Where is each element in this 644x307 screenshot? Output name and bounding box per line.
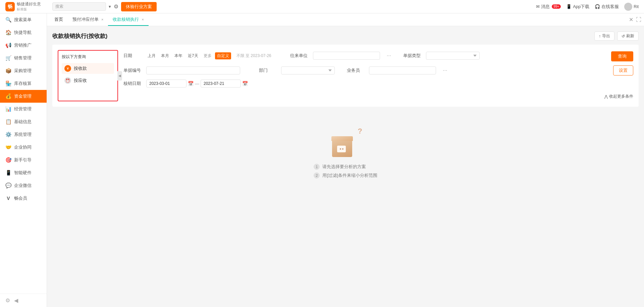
marketing-icon: 📢	[5, 42, 11, 48]
message-btn[interactable]: ✉ 消息 99+	[536, 4, 561, 10]
date-tab-this-month[interactable]: 本月	[159, 52, 171, 59]
export-icon: ↑	[599, 34, 601, 39]
filter-receipt-icon: ¥	[64, 65, 71, 72]
phone-icon: 📱	[566, 4, 572, 9]
empty-hints: 1 请先选择要分析的方案 2 用[过滤]条件来缩小分析范围	[314, 164, 377, 178]
industry-btn[interactable]: 休验行业方案	[121, 2, 157, 11]
operations-icon: 📊	[5, 106, 11, 112]
sidebar-item-basics[interactable]: 📋 基础信息	[0, 115, 47, 128]
main-area: 首页 预付冲应付单 × 收款核销执行 × ✕ ⛶ 收款核销执行(按收款) ↑ 导…	[47, 13, 644, 307]
user-name: Rit	[634, 4, 639, 9]
collapse-icon: ⋀	[604, 94, 608, 99]
app-download-btn[interactable]: 📱 App下载	[566, 4, 589, 10]
date-range-hint: 不限 至 2023-07-26	[236, 53, 271, 59]
sidebar-item-search[interactable]: 🔍 搜索菜单	[0, 13, 47, 26]
date-tab-more[interactable]: 更多	[202, 52, 214, 59]
sidebar-item-purchase[interactable]: 📦 采购管理	[0, 64, 47, 77]
empty-question-mark: ?	[358, 127, 362, 136]
header-search-box[interactable]: 搜索	[52, 2, 106, 11]
page-header-actions: ↑ 导出 ↺ 刷新	[594, 32, 639, 41]
sidebar-settings-btn[interactable]: ⚙	[5, 297, 10, 304]
sidebar-item-marketing[interactable]: 📢 营销推广	[0, 39, 47, 52]
message-badge: 99+	[552, 4, 561, 9]
verify-date-end[interactable]	[201, 80, 241, 88]
refresh-btn[interactable]: ↺ 刷新	[617, 32, 639, 41]
calendar-start-icon[interactable]: 📅	[188, 81, 194, 86]
sidebar-item-hardware[interactable]: 📱 智能硬件	[0, 166, 47, 179]
sidebar-label-wechat: 企业微信	[14, 183, 32, 189]
online-service-btn[interactable]: 🎧 在线客服	[595, 4, 619, 10]
sidebar-item-wechat[interactable]: 💬 企业微信	[0, 179, 47, 192]
filter-option-by-receivable[interactable]: ⏰ 按应收	[62, 75, 114, 86]
date-tab-this-year[interactable]: 本年	[172, 52, 184, 59]
filter-area: 按以下方查询 ¥ 按收款 ⏰ 按应收 ◀ 日期 上月 本月	[52, 45, 639, 107]
filter-row-1: 日期 上月 本月 本年 近7天 更多 自定义 不限 至 2023-07-26 往…	[123, 50, 633, 61]
wechat-icon: 💬	[5, 183, 11, 189]
sidebar-item-cooperation[interactable]: 🤝 企业协同	[0, 141, 47, 154]
sidebar-item-nav[interactable]: 🏠 快捷导航	[0, 26, 47, 39]
sidebar-collapse-btn[interactable]: ◀	[14, 297, 18, 304]
staff-input[interactable]	[369, 66, 436, 74]
sidebar-item-inventory[interactable]: 🏪 库存核算	[0, 77, 47, 90]
user-avatar	[624, 3, 632, 11]
query-btn[interactable]: 查询	[611, 51, 633, 61]
verify-date-range: 📅 — 📅	[146, 80, 248, 88]
verify-date-start[interactable]	[146, 80, 186, 88]
staff-dots[interactable]: ···	[443, 67, 447, 73]
sidebar-label-operations: 经营管理	[14, 106, 32, 112]
sidebar-label-search: 搜索菜单	[14, 17, 32, 23]
page-title: 收款核销执行(按收款)	[52, 32, 107, 40]
bill-no-input[interactable]	[146, 66, 240, 74]
counterpart-input[interactable]	[313, 52, 380, 60]
tab-bar-expand-btn[interactable]: ⛶	[636, 17, 641, 23]
filter-form: 日期 上月 本月 本年 近7天 更多 自定义 不限 至 2023-07-26 往…	[123, 50, 633, 101]
sidebar-bottom: ⚙ ◀	[0, 294, 47, 307]
tab-home[interactable]: 首页	[50, 13, 68, 26]
tab-payment[interactable]: 收款核销执行 ×	[108, 13, 148, 26]
filter-panel-collapse-btn[interactable]: ◀	[117, 71, 122, 81]
page-header: 收款核销执行(按收款) ↑ 导出 ↺ 刷新	[52, 32, 639, 41]
sidebar-item-sales[interactable]: 🛒 销售管理	[0, 52, 47, 64]
header-dropdown-btn[interactable]: ▾	[109, 4, 111, 9]
refresh-icon: ↺	[622, 34, 625, 39]
empty-hint-2: 2 用[过滤]条件来缩小分析范围	[314, 172, 377, 178]
sidebar-label-inventory: 库存核算	[14, 81, 32, 87]
gear-btn[interactable]: ⚙	[114, 3, 118, 10]
hint-num-1: 1	[314, 164, 320, 170]
system-icon: ⚙️	[5, 132, 11, 138]
sidebar-item-guide[interactable]: 🎯 新手引导	[0, 154, 47, 166]
search-icon: 🔍	[5, 17, 11, 23]
sidebar-item-operations[interactable]: 📊 经营管理	[0, 103, 47, 115]
sidebar-label-purchase: 采购管理	[14, 68, 32, 74]
sidebar: 🔍 搜索菜单 🏠 快捷导航 📢 营销推广 🛒 销售管理 📦 采购管理 🏪 库存核…	[0, 13, 47, 307]
tab-prepay-close[interactable]: ×	[101, 17, 103, 21]
basics-icon: 📋	[5, 119, 11, 125]
calendar-end-icon[interactable]: 📅	[242, 81, 248, 86]
sidebar-label-finance: 资金管理	[14, 93, 32, 99]
verify-date-label: 核销日期	[123, 81, 141, 87]
dept-select[interactable]	[281, 66, 335, 74]
date-tab-custom[interactable]: 自定义	[215, 52, 231, 59]
collapse-more-btn[interactable]: ⋀ 收起更多条件	[123, 92, 633, 101]
filter-row-3: 核销日期 📅 — 📅	[123, 80, 633, 88]
sidebar-item-finance[interactable]: 💰 资金管理	[0, 90, 47, 103]
sidebar-item-system[interactable]: ⚙️ 系统管理	[0, 128, 47, 141]
tab-payment-close[interactable]: ×	[142, 17, 144, 21]
headset-icon: 🎧	[595, 4, 600, 9]
date-tab-7days[interactable]: 近7天	[186, 52, 200, 59]
export-btn[interactable]: ↑ 导出	[594, 32, 614, 41]
bill-type-select[interactable]	[426, 52, 480, 60]
logo-text: 畅捷通好生意	[17, 1, 41, 7]
finance-icon: 💰	[5, 93, 11, 99]
counterpart-dots[interactable]: ···	[387, 53, 391, 59]
sidebar-label-member: 畅会员	[14, 195, 27, 201]
filter-option-by-receipt[interactable]: ¥ 按收款	[62, 63, 114, 74]
empty-face	[337, 146, 346, 152]
tab-prepay[interactable]: 预付冲应付单 ×	[68, 13, 108, 26]
sidebar-item-member[interactable]: V 畅会员	[0, 192, 47, 205]
member-icon: V	[5, 196, 11, 201]
tab-bar-close-btn[interactable]: ✕	[629, 16, 633, 23]
user-profile[interactable]: Rit	[624, 3, 639, 11]
settings-btn[interactable]: 设置	[613, 65, 633, 75]
date-tab-last-month[interactable]: 上月	[146, 52, 158, 59]
